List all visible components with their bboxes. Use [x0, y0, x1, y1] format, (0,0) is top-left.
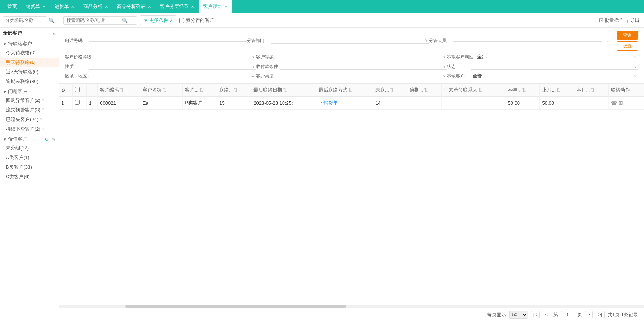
sidebar-item-tomorrow[interactable]: 明天待联络(1): [0, 58, 59, 67]
batch-action-button[interactable]: ☑ 批量操作: [599, 17, 624, 24]
sidebar-item-overdue[interactable]: 逾期未联络(30): [0, 77, 59, 86]
col-this-year[interactable]: 本年...⇅: [505, 84, 540, 97]
footer: 每页显示 50 100 200 |< < 第 页 > >| 共1页 1条记录: [59, 308, 644, 321]
search-icon[interactable]: 🔍: [49, 18, 55, 23]
search-input[interactable]: [67, 18, 122, 23]
help-icon: ?: [42, 108, 44, 112]
payment-select[interactable]: ∨: [280, 64, 447, 70]
filter-phone: 电话号码: [65, 38, 247, 44]
chevron-down-icon: ∨: [634, 55, 637, 59]
refresh-icon[interactable]: ↻: [45, 137, 49, 142]
toolbar: 🔍 ▼ 更多条件 ∧ 我分管的客户 ☑ 批量操作 ↑ 导出: [59, 13, 644, 28]
nav-goods-list[interactable]: 商品分析列表 ✕: [112, 0, 155, 13]
nav-goods-analysis[interactable]: 商品分析 ✕: [79, 0, 112, 13]
scrollbar-thumb[interactable]: [125, 305, 346, 308]
region-input[interactable]: [94, 75, 247, 77]
sidebar-item-a-class[interactable]: A类客户(1): [0, 153, 59, 162]
settings-button[interactable]: 设置: [617, 41, 638, 51]
top-nav: 首页 销货单 ✕ 进货单 ✕ 商品分析 ✕ 商品分析列表 ✕ 客户分层经营 ✕ …: [0, 0, 644, 13]
my-customers-checkbox[interactable]: [179, 18, 184, 23]
last-page-button[interactable]: >|: [596, 311, 605, 318]
nature-select[interactable]: ∨: [89, 64, 256, 70]
col-action: 联络动作: [608, 84, 644, 97]
close-icon[interactable]: ✕: [224, 4, 228, 9]
phone-icon[interactable]: ☎: [611, 100, 617, 106]
dept-select[interactable]: ∨: [271, 38, 429, 44]
edit-icon[interactable]: ✎: [52, 137, 56, 142]
phone-input[interactable]: [89, 40, 247, 42]
close-icon[interactable]: ✕: [71, 4, 74, 9]
cell-no: 1: [59, 97, 72, 110]
region-more-icon[interactable]: ···: [249, 73, 256, 79]
cell-last-month: 50.00: [540, 97, 574, 110]
sidebar-item-7days[interactable]: 近7天待联络(0): [0, 67, 59, 77]
prev-page-button[interactable]: <: [543, 311, 550, 318]
col-this-month[interactable]: 本月...⇅: [574, 84, 608, 97]
sidebar-search-input[interactable]: [3, 16, 47, 24]
horizontal-scrollbar[interactable]: [59, 305, 644, 308]
close-icon[interactable]: ✕: [42, 4, 46, 9]
close-icon[interactable]: ✕: [105, 4, 108, 9]
my-customers-checkbox-label[interactable]: 我分管的客户: [179, 17, 214, 24]
col-type[interactable]: 客户...⇅: [183, 84, 217, 97]
col-name[interactable]: 客户名称⇅: [140, 84, 183, 97]
export-button[interactable]: ↑ 导出: [627, 17, 640, 24]
col-no-contact[interactable]: 未联...⇅: [373, 84, 407, 97]
col-last-method[interactable]: 最后联络方式⇅: [316, 84, 373, 97]
col-contacts[interactable]: 往来单位联系人⇅: [442, 84, 505, 97]
price-level-select[interactable]: ∨: [94, 54, 256, 60]
sidebar-item-ungrouped[interactable]: 未分组(32): [0, 143, 59, 153]
sidebar-item-declining[interactable]: 持续下滑客户(2) ?: [0, 124, 59, 134]
last-method-link[interactable]: 下销货单: [319, 100, 338, 106]
row-checkbox[interactable]: [75, 100, 80, 105]
more-dots-icon[interactable]: ···: [604, 38, 611, 44]
search-icon[interactable]: 🔍: [122, 18, 128, 23]
select-all-checkbox[interactable]: [75, 87, 80, 92]
per-page-select[interactable]: 50 100 200: [509, 311, 528, 319]
sidebar-search-area: 🔍: [0, 13, 59, 28]
nav-purchase[interactable]: 进货单 ✕: [50, 0, 79, 13]
retail-select[interactable]: 全部 ∨: [471, 72, 638, 80]
chevron-down-icon: ∨: [443, 74, 445, 78]
chevron-up-icon: ∧: [169, 18, 173, 23]
sidebar-item-repurchase[interactable]: 回购异常客户(2) ?: [0, 96, 59, 105]
sidebar-item-today[interactable]: 今天待联络(0): [0, 48, 59, 58]
more-filter-button[interactable]: ▼ 更多条件 ∧: [140, 15, 176, 25]
collapse-icon[interactable]: «: [53, 31, 56, 36]
first-page-button[interactable]: |<: [531, 311, 540, 318]
col-last-date[interactable]: 最后联络日期⇅: [251, 84, 316, 97]
manager-input[interactable]: [453, 40, 602, 42]
col-last-month[interactable]: 上月...⇅: [540, 84, 574, 97]
filter-row-1: 电话号码 分管部门 ∨ 分管人员 ··· 查询 设置: [65, 31, 638, 51]
col-settings[interactable]: ⚙: [59, 84, 72, 97]
query-button[interactable]: 查询: [617, 31, 638, 40]
nav-sales[interactable]: 销货单 ✕: [21, 0, 50, 13]
checkbox-icon: ☑: [599, 18, 603, 23]
sidebar-group-pending: ▼ 待联络客户: [0, 39, 59, 48]
sidebar-item-churn-warning[interactable]: 流失预警客户(3) ?: [0, 105, 59, 115]
customer-type-select[interactable]: ∨: [280, 73, 447, 79]
page-number-input[interactable]: [561, 311, 574, 318]
nav-customer-segment[interactable]: 客户分层经营 ✕: [155, 0, 199, 13]
filter-row-2: 客户价格等级 ∨ 客户等级 ∨ 零散客户属性 全部: [65, 53, 638, 61]
grid-icon[interactable]: ⊞: [619, 100, 623, 106]
sidebar-item-churned[interactable]: 已流失客户(24) ?: [0, 115, 59, 124]
filter-retail: 零散客户 全部 ∨: [447, 72, 638, 80]
sidebar-item-b-class[interactable]: B类客户(33): [0, 162, 59, 172]
next-page-button[interactable]: >: [585, 311, 593, 318]
col-code[interactable]: 客户编码⇅: [98, 84, 140, 97]
filter-row-4: 区域（地区） ··· 客户类型 ∨ 零散客户 全部 ∨: [65, 72, 638, 80]
customer-level-select[interactable]: ∨: [280, 54, 447, 60]
nav-home[interactable]: 首页: [3, 0, 21, 13]
sidebar-all-customers[interactable]: 全部客户 «: [0, 28, 59, 39]
cell-contacts: [442, 97, 505, 110]
sidebar-item-c-class[interactable]: C类客户(6): [0, 172, 59, 182]
col-overdue[interactable]: 逾期...⇅: [407, 84, 442, 97]
status-select[interactable]: ∨: [471, 64, 638, 70]
col-contact-count[interactable]: 联络...⇅: [217, 84, 251, 97]
cell-name: Ea: [140, 97, 183, 110]
retail-attr-select[interactable]: 全部 ∨: [476, 53, 638, 61]
close-icon[interactable]: ✕: [148, 4, 151, 9]
nav-customer-contact[interactable]: 客户联络 ✕: [199, 0, 232, 13]
close-icon[interactable]: ✕: [191, 4, 194, 9]
